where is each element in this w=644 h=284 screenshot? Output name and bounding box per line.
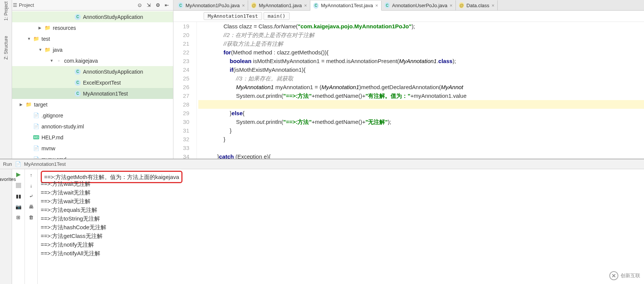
console-line: ==>:方法equals无注解 xyxy=(41,205,641,214)
close-icon[interactable]: × xyxy=(492,3,495,8)
console-line: ==>:方法getClass无注解 xyxy=(41,232,641,240)
tree-class-icon: C xyxy=(75,14,81,20)
tree-item[interactable]: CMyAnnotation1Test xyxy=(12,88,173,99)
stop-icon[interactable] xyxy=(15,182,22,189)
breadcrumb-method[interactable]: main() xyxy=(264,12,290,20)
pause-icon[interactable]: ▮▮ xyxy=(15,193,22,199)
tree-item[interactable]: ▶📁target xyxy=(12,99,173,110)
tree-folder-icon: 📁 xyxy=(44,25,51,31)
settings-icon[interactable]: ⚙ xyxy=(156,2,162,8)
hide-icon[interactable]: ⇤ xyxy=(165,2,171,8)
editor-tab[interactable]: @Data.class× xyxy=(456,0,498,10)
tab-annotation-icon: @ xyxy=(251,3,256,8)
structure-tool-button[interactable]: Z: Structure xyxy=(3,36,9,60)
console-line: ==>:方法wait无注解 xyxy=(41,197,641,205)
line-gutter: 19202122232425262728293031323334 xyxy=(173,22,192,159)
tree-file-icon: 📄 xyxy=(33,156,39,159)
editor-tabs: CMyAnnotation1PoJo.java×@MyAnnotation1.j… xyxy=(173,0,644,11)
tree-label: java xyxy=(53,47,63,53)
watermark-icon: ✕ xyxy=(609,271,618,280)
tree-md-icon: MD xyxy=(33,134,39,140)
tree-item[interactable]: ▼▫com.kaigejava xyxy=(12,55,173,66)
tree-arrow-icon[interactable]: ▼ xyxy=(50,59,55,63)
code-line[interactable]: boolean isMothExistMyAnnotation1 = metho… xyxy=(198,57,644,65)
tree-label: com.kaigejava xyxy=(64,58,98,64)
tab-label: Data.class xyxy=(466,3,489,8)
tree-package-icon: ▫ xyxy=(56,58,62,64)
tree-item[interactable]: ▶📁resources xyxy=(12,22,173,33)
rerun-icon[interactable] xyxy=(15,171,22,178)
watermark: ✕ 创新互联 xyxy=(609,271,640,280)
left-tool-strip: 1: Project Z: Structure xyxy=(0,0,12,159)
code-line[interactable]: //获取方法上是否有注解 xyxy=(198,39,644,48)
close-icon[interactable]: × xyxy=(375,3,378,8)
locate-icon[interactable]: ⊙ xyxy=(138,2,144,8)
tree-item[interactable]: MDHELP.md xyxy=(12,132,173,143)
code-line[interactable]: MyAnnotation1 myAnnotation1 = (MyAnnotat… xyxy=(198,83,644,91)
wrap-icon[interactable]: ⤶ xyxy=(28,193,35,199)
project-tree[interactable]: CAnnotionStudyApplication▶📁resources▼📁te… xyxy=(12,11,173,159)
svg-rect-1 xyxy=(16,183,21,188)
tree-label: mvnw.cmd xyxy=(41,156,66,159)
svg-marker-0 xyxy=(16,173,21,177)
code-line[interactable]: } xyxy=(198,126,644,135)
layout-icon[interactable]: ⊞ xyxy=(15,214,22,221)
print-icon[interactable]: 🖶 xyxy=(28,203,35,210)
close-icon[interactable]: × xyxy=(242,3,245,8)
code-line[interactable]: }catch (Exception e){ xyxy=(198,152,644,159)
tree-file-icon: 📄 xyxy=(33,145,39,151)
editor-tab[interactable]: CMyAnnotation1PoJo.java× xyxy=(175,0,248,10)
project-panel: ☰ Project ⊙ ⇲ ⚙ ⇤ CAnnotionStudyApplicat… xyxy=(12,0,173,159)
breadcrumb-class[interactable]: MyAnnotation1Test xyxy=(204,12,262,20)
tree-class-icon: C xyxy=(75,91,81,97)
code-line[interactable]: Class clazz = Class.forName("com.kaigeja… xyxy=(198,22,644,31)
clear-icon[interactable]: 🗑 xyxy=(28,214,35,221)
dump-icon[interactable]: 📷 xyxy=(15,203,22,210)
tree-item[interactable]: CExcelExportTest xyxy=(12,77,173,88)
tab-label: MyAnnotation1.java xyxy=(259,3,302,8)
project-tool-button[interactable]: 1: Project xyxy=(3,2,9,21)
tree-item[interactable]: CAnnotionStudyApplication xyxy=(12,66,173,77)
code-line[interactable]: if(isMothExistMyAnnotation1){ xyxy=(198,65,644,74)
code-line[interactable]: System.out.println("==>:方法"+method.getNa… xyxy=(198,117,644,126)
tree-item[interactable]: 📄mvnw.cmd xyxy=(12,154,173,159)
code-line[interactable] xyxy=(198,100,644,109)
tree-arrow-icon[interactable]: ▼ xyxy=(38,48,44,52)
tree-item[interactable]: ▼📁java xyxy=(12,44,173,55)
code-line[interactable] xyxy=(198,144,644,152)
close-icon[interactable]: × xyxy=(450,3,453,8)
tree-label: .gitignore xyxy=(41,113,63,119)
tree-label: test xyxy=(41,36,50,42)
code-line[interactable]: for(Method method : clazz.getMethods()){ xyxy=(198,48,644,57)
left-tool-strip-bottom: 2: Favorites xyxy=(0,169,12,284)
tree-item[interactable]: 📄annotion-study.iml xyxy=(12,121,173,132)
code-line[interactable]: } xyxy=(198,135,644,144)
editor-tab[interactable]: CAnnotationUserPoJo.java× xyxy=(382,0,456,10)
code-line[interactable]: //3：如果存在。就获取 xyxy=(198,74,644,83)
down-icon[interactable]: ↓ xyxy=(28,182,35,189)
code-area[interactable]: Class clazz = Class.forName("com.kaigeja… xyxy=(197,22,644,159)
tree-file-icon: 📄 xyxy=(33,123,39,130)
tree-item[interactable]: ▼📁test xyxy=(12,33,173,44)
tree-arrow-icon[interactable]: ▶ xyxy=(38,26,44,30)
run-toolbar-secondary: ↑ ↓ ⤶ 🖶 🗑 xyxy=(25,169,38,284)
tree-item[interactable]: CAnnotionStudyApplication xyxy=(12,11,173,22)
tree-item[interactable]: 📄mvnw xyxy=(12,143,173,154)
editor-tab[interactable]: CMyAnnotation1Test.java× xyxy=(310,1,382,11)
editor-tab[interactable]: @MyAnnotation1.java× xyxy=(248,0,310,10)
tree-item[interactable]: 📄.gitignore xyxy=(12,110,173,121)
code-editor[interactable]: 19202122232425262728293031323334 Class c… xyxy=(173,22,644,159)
close-icon[interactable]: × xyxy=(304,3,307,8)
console-line: ==>:方法notify无注解 xyxy=(41,240,641,249)
code-line[interactable]: }else{ xyxy=(198,109,644,117)
collapse-icon[interactable]: ⇲ xyxy=(147,2,153,8)
code-line[interactable]: //2：在对于的类上是否存在对于注解 xyxy=(198,31,644,39)
tree-folder-green-icon: 📁 xyxy=(44,47,51,53)
tab-label: MyAnnotation1PoJo.java xyxy=(186,3,240,8)
tree-arrow-icon[interactable]: ▶ xyxy=(20,102,25,106)
tree-file-icon: 📄 xyxy=(33,113,39,119)
console-output[interactable]: ==>:方法getMoth有注解。值为：方法上面的kaigejava==>:方法… xyxy=(38,169,644,284)
tree-arrow-icon[interactable]: ▼ xyxy=(27,37,32,41)
code-line[interactable]: System.out.println("==>:方法"+method.getNa… xyxy=(198,91,644,100)
up-icon[interactable]: ↑ xyxy=(28,171,35,178)
